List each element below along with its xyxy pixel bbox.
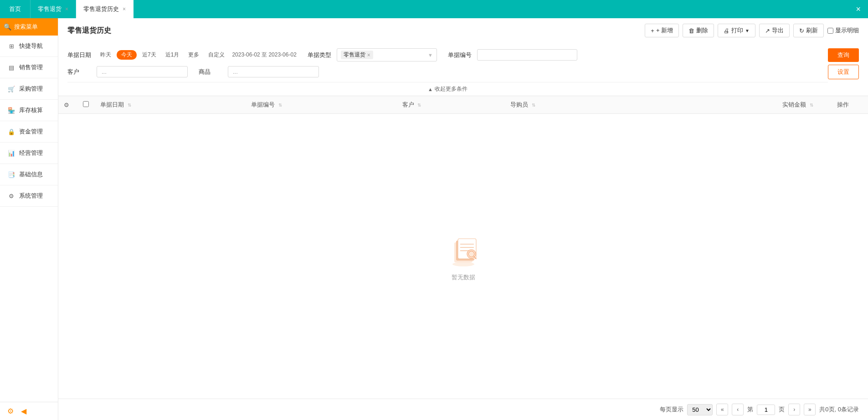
per-page-label: 每页显示 xyxy=(660,405,683,414)
docnum-input[interactable] xyxy=(477,49,577,61)
print-button-label: 打印 xyxy=(731,26,743,35)
inventory-icon: 🏪 xyxy=(7,106,15,114)
tab-retail-return-history[interactable]: 零售退货历史 × xyxy=(76,0,134,18)
docnum-sort-icon[interactable]: ⇅ xyxy=(278,102,282,108)
tab-home[interactable]: 首页 xyxy=(0,0,31,18)
query-button[interactable]: 查询 xyxy=(828,48,859,62)
next-page-button[interactable]: › xyxy=(788,404,800,415)
filter-customer-item: 客户 ... xyxy=(67,66,188,77)
customer-filter-label: 客户 xyxy=(67,68,93,76)
chevron-up-icon: ▲ xyxy=(428,87,433,92)
sidebar-item-finance[interactable]: 🔒 资金管理 xyxy=(0,121,58,143)
sidebar-item-purchase-mgmt[interactable]: 🛒 采购管理 xyxy=(0,78,58,100)
date-btn-yesterday[interactable]: 昨天 xyxy=(97,50,115,60)
filter-goods-item: 商品 ... xyxy=(199,66,319,77)
table-header: ⚙ 单据日期 ⇅ 单据编号 ⇅ xyxy=(58,96,868,114)
date-btn-more[interactable]: 更多 xyxy=(185,50,203,60)
sidebar-search[interactable]: 🔍 搜索菜单 xyxy=(0,18,58,36)
prev-page-button[interactable]: ‹ xyxy=(732,404,744,415)
type-tag-close[interactable]: × xyxy=(367,52,370,58)
window-close-button[interactable]: × xyxy=(848,5,868,14)
page-title: 零售退货历史 xyxy=(67,26,111,36)
th-guide: 导购员 ⇅ xyxy=(505,96,634,114)
sidebar-item-operations[interactable]: 📊 经营管理 xyxy=(0,143,58,164)
type-filter-label: 单据类型 xyxy=(308,51,333,59)
new-button[interactable]: + + 新增 xyxy=(645,24,679,37)
column-settings-icon[interactable]: ⚙ xyxy=(64,102,69,108)
collapse-more-conditions[interactable]: ▲ 收起更多条件 xyxy=(67,82,828,96)
settings-gear-icon[interactable]: ⚙ xyxy=(7,407,14,415)
empty-icon xyxy=(445,231,482,268)
date-sort-icon[interactable]: ⇅ xyxy=(128,102,131,108)
system-icon: ⚙ xyxy=(7,192,15,200)
th-checkbox xyxy=(77,96,95,114)
refresh-icon: ↻ xyxy=(799,27,804,34)
export-button-label: 导出 xyxy=(772,26,784,35)
th-doc-num: 单据编号 ⇅ xyxy=(246,96,396,114)
select-all-checkbox[interactable] xyxy=(83,101,89,107)
toolbar: + + 新增 🗑 删除 🖨 打印 ▼ ↗ 导出 xyxy=(645,24,859,37)
type-select[interactable]: 零售退货 × ▼ xyxy=(337,48,437,61)
last-page-button[interactable]: » xyxy=(804,404,816,415)
customer-select-btn[interactable]: ... xyxy=(97,66,188,77)
customer-sort-icon[interactable]: ⇅ xyxy=(417,102,421,108)
sidebar-item-operations-label: 经营管理 xyxy=(19,149,43,157)
th-date: 单据日期 ⇅ xyxy=(95,96,246,114)
export-button[interactable]: ↗ 导出 xyxy=(759,24,790,37)
delete-icon: 🗑 xyxy=(688,27,694,34)
goods-select-btn[interactable]: ... xyxy=(228,66,319,77)
sidebar: 🔍 搜索菜单 ⊞ 快捷导航 ▤ 销售管理 🛒 采购管理 🏪 库存核算 🔒 资金管… xyxy=(0,18,58,420)
filter-docnum-item: 单据编号 xyxy=(448,49,577,61)
date-btn-1month[interactable]: 近1月 xyxy=(162,50,183,60)
tab-retail-return[interactable]: 零售退货 × xyxy=(31,0,76,18)
sidebar-item-inventory-label: 库存核算 xyxy=(19,106,43,114)
refresh-button[interactable]: ↻ 刷新 xyxy=(793,24,824,37)
quick-nav-icon: ⊞ xyxy=(7,42,15,50)
sidebar-item-sales-mgmt[interactable]: ▤ 销售管理 xyxy=(0,57,58,78)
collapse-sidebar-icon[interactable]: ◀ xyxy=(21,407,26,415)
first-page-button[interactable]: « xyxy=(716,404,728,415)
sidebar-item-system-label: 系统管理 xyxy=(19,192,43,200)
per-page-select[interactable]: 50 10 20 100 xyxy=(687,404,713,415)
sidebar-item-inventory[interactable]: 🏪 库存核算 xyxy=(0,100,58,121)
sidebar-item-system[interactable]: ⚙ 系统管理 xyxy=(0,185,58,207)
th-guide-label: 导购员 xyxy=(510,101,528,108)
sidebar-item-finance-label: 资金管理 xyxy=(19,128,43,136)
date-btn-custom[interactable]: 自定义 xyxy=(205,50,228,60)
type-dropdown-icon: ▼ xyxy=(428,52,433,58)
page-unit-label: 页 xyxy=(779,405,785,414)
total-records-label: 共0页, 0条记录 xyxy=(819,405,859,414)
date-btn-today[interactable]: 今天 xyxy=(117,50,137,60)
filter-settings-button[interactable]: 设置 xyxy=(828,65,859,79)
sidebar-search-label: 搜索菜单 xyxy=(14,23,38,31)
th-action-label: 操作 xyxy=(837,101,849,108)
tab-retail-return-close[interactable]: × xyxy=(65,6,68,12)
tab-retail-return-label: 零售退货 xyxy=(38,5,62,13)
sidebar-bottom: ⚙ ◀ xyxy=(0,402,58,420)
date-btn-7days[interactable]: 近7天 xyxy=(139,50,160,60)
amount-sort-icon[interactable]: ⇅ xyxy=(810,102,813,108)
page-number-input[interactable] xyxy=(757,405,775,415)
print-icon: 🖨 xyxy=(724,27,729,34)
svg-point-0 xyxy=(452,262,474,266)
filter-row-2: 客户 ... 商品 ... xyxy=(67,66,828,77)
guide-sort-icon[interactable]: ⇅ xyxy=(532,102,535,108)
operations-icon: 📊 xyxy=(7,149,15,157)
show-detail-checkbox-label[interactable]: 显示明细 xyxy=(827,26,859,35)
th-doc-num-label: 单据编号 xyxy=(251,101,275,108)
th-amount: 实销金额 ⇅ xyxy=(634,96,832,114)
filter-actions: 查询 设置 xyxy=(828,48,859,85)
refresh-button-label: 刷新 xyxy=(806,26,818,35)
main-layout: 🔍 搜索菜单 ⊞ 快捷导航 ▤ 销售管理 🛒 采购管理 🏪 库存核算 🔒 资金管… xyxy=(0,18,868,420)
tab-retail-return-history-close[interactable]: × xyxy=(123,6,126,12)
print-dropdown-icon: ▼ xyxy=(745,28,750,33)
print-button[interactable]: 🖨 打印 ▼ xyxy=(718,24,755,37)
export-icon: ↗ xyxy=(765,27,770,34)
filter-area: 单据日期 昨天 今天 近7天 近1月 更多 自定义 2023-06-02 至 2… xyxy=(67,43,859,96)
top-bar: 首页 零售退货 × 零售退货历史 × × xyxy=(0,0,868,18)
show-detail-checkbox[interactable] xyxy=(827,28,833,34)
sidebar-item-basic-info[interactable]: 📑 基础信息 xyxy=(0,164,58,185)
date-range-display: 2023-06-02 至 2023-06-02 xyxy=(232,51,296,59)
delete-button[interactable]: 🗑 删除 xyxy=(683,24,714,37)
sidebar-item-quick-nav[interactable]: ⊞ 快捷导航 xyxy=(0,36,58,57)
